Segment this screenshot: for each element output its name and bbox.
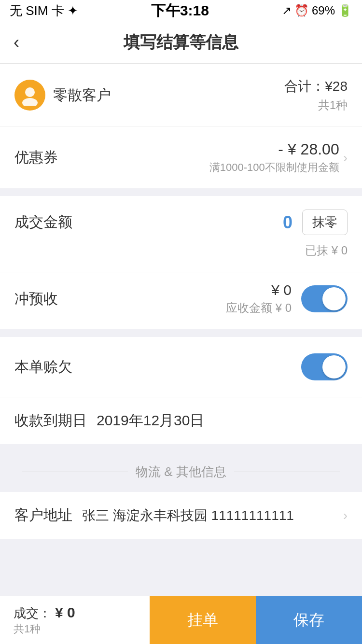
due-date-label: 收款到期日 — [14, 411, 87, 431]
round-button[interactable]: 抹零 — [302, 210, 348, 235]
address-section: 客户地址 张三 海淀永丰科技园 11111111111 › — [0, 492, 362, 539]
coupon-chevron-icon: › — [343, 150, 348, 166]
nav-bar: ‹ 填写结算等信息 — [0, 21, 362, 64]
prereceive-right: ¥ 0 应收金额 ¥ 0 — [226, 282, 348, 316]
prereceive-row: 冲预收 ¥ 0 应收金额 ¥ 0 — [0, 272, 362, 329]
credit-toggle-knob — [322, 355, 346, 378]
address-chevron-icon: › — [343, 508, 348, 523]
coupon-desc: 满1000-100不限制使用金额 — [209, 160, 339, 175]
coupon-row[interactable]: 优惠券 - ¥ 28.00 满1000-100不限制使用金额 › — [0, 126, 362, 188]
logistics-label: 物流 & 其他信息 — [136, 463, 226, 480]
coupon-right: - ¥ 28.00 满1000-100不限制使用金额 — [209, 140, 339, 175]
customer-row: 零散客户 合计：¥28 共1种 — [0, 64, 362, 126]
customer-name: 零散客户 — [53, 85, 111, 105]
back-button[interactable]: ‹ — [14, 32, 19, 53]
due-date-value: 2019年12月30日 — [97, 411, 204, 431]
customer-total: 合计：¥28 — [284, 77, 348, 96]
credit-toggle[interactable] — [301, 353, 348, 380]
address-row[interactable]: 客户地址 张三 海淀永丰科技园 11111111111 › — [0, 492, 362, 539]
amount-row: 成交金额 0 抹零 — [0, 196, 362, 243]
coupon-label: 优惠券 — [14, 148, 58, 168]
battery-text: 69% — [312, 4, 335, 17]
status-bar: 无 SIM 卡 ✦ 下午3:18 ↗ ⏰ 69% 🔋 — [0, 0, 362, 21]
signal-text: 无 SIM 卡 ✦ — [10, 2, 78, 19]
svg-point-1 — [22, 98, 38, 106]
footer-deal-count: 共1种 — [14, 622, 136, 636]
amount-value: 0 — [283, 212, 292, 233]
customer-count: 共1种 — [284, 98, 348, 113]
credit-section: 本单赊欠 收款到期日 2019年12月30日 — [0, 337, 362, 444]
amount-label: 成交金额 — [14, 212, 72, 232]
toggle-knob — [322, 287, 346, 310]
status-left: 无 SIM 卡 ✦ — [10, 2, 78, 19]
logistics-header: 物流 & 其他信息 — [0, 452, 362, 492]
amount-sub: 已抹 ¥ 0 — [0, 243, 362, 272]
page-title: 填写结算等信息 — [124, 31, 238, 54]
prereceive-toggle[interactable] — [301, 285, 348, 312]
prereceive-sub: 应收金额 ¥ 0 — [226, 300, 292, 316]
battery-icon: 🔋 — [338, 4, 352, 17]
prereceive-info: ¥ 0 应收金额 ¥ 0 — [226, 282, 292, 316]
footer-info: 成交： ¥ 0 共1种 — [0, 596, 150, 644]
address-chevron: › — [339, 508, 348, 523]
prereceive-label: 冲预收 — [14, 289, 58, 309]
status-right: ↗ ⏰ 69% 🔋 — [282, 4, 352, 17]
customer-left: 零散客户 — [14, 80, 111, 111]
customer-section: 零散客户 合计：¥28 共1种 优惠券 - ¥ 28.00 满1000-100不… — [0, 64, 362, 188]
save-label: 保存 — [293, 610, 324, 631]
footer: 成交： ¥ 0 共1种 挂单 保存 — [0, 596, 362, 644]
pending-button[interactable]: 挂单 — [150, 596, 256, 644]
due-date-row[interactable]: 收款到期日 2019年12月30日 — [0, 397, 362, 444]
svg-point-0 — [25, 87, 35, 97]
status-time: 下午3:18 — [151, 1, 209, 21]
footer-deal-label: 成交： — [14, 605, 51, 622]
prereceive-amount: ¥ 0 — [226, 282, 292, 298]
amount-right: 0 抹零 — [283, 210, 348, 235]
pending-label: 挂单 — [187, 610, 218, 631]
customer-right: 合计：¥28 共1种 — [284, 77, 348, 113]
save-button[interactable]: 保存 — [256, 596, 362, 644]
alarm-icon: ⏰ — [294, 4, 309, 17]
credit-row: 本单赊欠 — [0, 337, 362, 397]
footer-deal-amount: ¥ 0 — [55, 604, 75, 621]
amount-section: 成交金额 0 抹零 已抹 ¥ 0 冲预收 ¥ 0 应收金额 ¥ 0 — [0, 196, 362, 329]
credit-label: 本单赊欠 — [14, 357, 72, 377]
location-icon: ↗ — [282, 4, 292, 17]
customer-avatar — [14, 80, 45, 111]
address-label: 客户地址 — [14, 505, 72, 525]
coupon-amount: - ¥ 28.00 — [209, 140, 339, 158]
address-value: 张三 海淀永丰科技园 11111111111 — [82, 506, 339, 525]
